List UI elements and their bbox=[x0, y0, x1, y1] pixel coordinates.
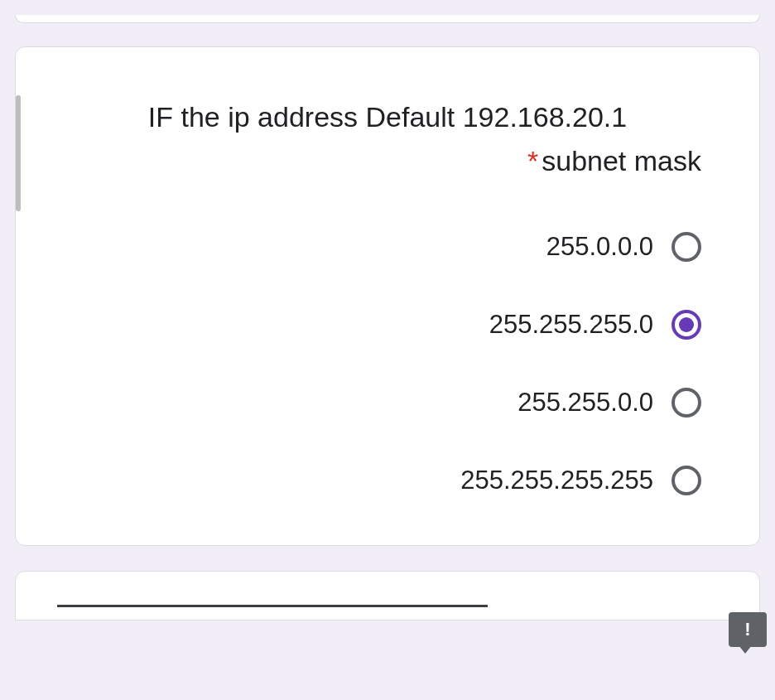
option-label: 255.255.255.255 bbox=[460, 466, 653, 495]
option-row[interactable]: 255.255.0.0 bbox=[74, 388, 701, 418]
next-card-top bbox=[15, 571, 760, 620]
options-group: 255.0.0.0 255.255.255.0 255.255.0.0 255.… bbox=[74, 232, 701, 495]
input-underline bbox=[57, 605, 488, 607]
option-label: 255.0.0.0 bbox=[546, 232, 653, 262]
option-row[interactable]: 255.0.0.0 bbox=[74, 232, 701, 262]
option-label: 255.255.255.0 bbox=[489, 310, 653, 340]
question-line-2-text: subnet mask bbox=[542, 145, 701, 176]
previous-card-bottom bbox=[15, 15, 760, 23]
option-label: 255.255.0.0 bbox=[517, 388, 653, 418]
scroll-indicator bbox=[16, 95, 21, 211]
question-title: IF the ip address Default 192.168.20.1 *… bbox=[74, 95, 701, 182]
radio-icon[interactable] bbox=[672, 466, 701, 495]
question-line-1: IF the ip address Default 192.168.20.1 bbox=[74, 95, 701, 139]
option-row[interactable]: 255.255.255.255 bbox=[74, 466, 701, 495]
question-line-2: *subnet mask bbox=[74, 139, 701, 183]
feedback-button[interactable]: ! bbox=[729, 612, 767, 647]
exclamation-icon: ! bbox=[744, 620, 750, 639]
required-asterisk: * bbox=[527, 145, 538, 176]
radio-icon[interactable] bbox=[672, 310, 701, 340]
radio-icon[interactable] bbox=[672, 388, 701, 418]
question-card: IF the ip address Default 192.168.20.1 *… bbox=[15, 46, 760, 546]
option-row[interactable]: 255.255.255.0 bbox=[74, 310, 701, 340]
radio-icon[interactable] bbox=[672, 232, 701, 262]
